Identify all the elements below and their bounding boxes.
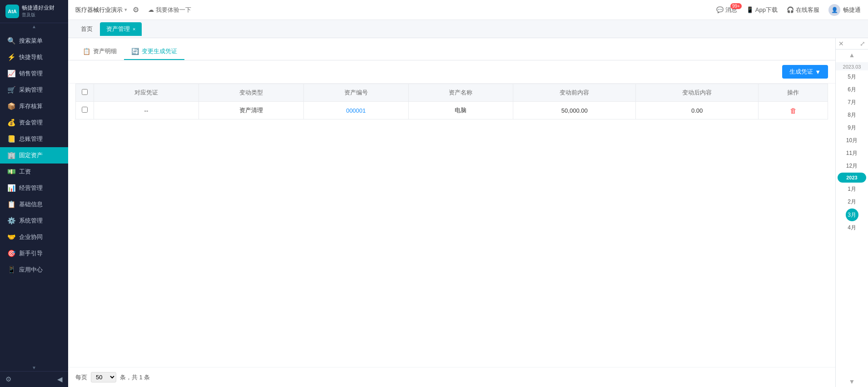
calendar-scroll-up-btn[interactable]: ▲ — [836, 50, 868, 60]
app-download-label: App下载 — [755, 6, 778, 14]
row-checkbox-cell — [76, 102, 94, 119]
sidebar-item-label: 基础信息 — [19, 200, 43, 208]
col-voucher: 对应凭证 — [94, 84, 199, 102]
tab-close-btn[interactable]: × — [133, 26, 135, 32]
scroll-up-btn[interactable]: ▲ — [0, 23, 68, 30]
col-asset-name: 资产名称 — [408, 84, 513, 102]
cal-month-11[interactable]: 11月 — [838, 147, 866, 159]
sidebar-item-operations[interactable]: 📊 经营管理 — [0, 180, 68, 196]
message-icon: 💬 — [716, 6, 724, 13]
service-icon: 🎧 — [787, 6, 794, 13]
sidebar-item-sales[interactable]: 📈 销售管理 — [0, 65, 68, 82]
experience-label: 我要体验一下 — [156, 6, 191, 14]
per-page-label: 每页 — [75, 373, 87, 382]
sidebar-item-basic-info[interactable]: 📋 基础信息 — [0, 196, 68, 213]
header: 医疗器械行业演示 ▾ ⚙ ☁ 我要体验一下 💬 消息 99+ 📱 App下载 🎧… — [68, 0, 868, 20]
logo-subtitle: 普及版 — [22, 12, 55, 18]
tab-label: 资产管理 — [106, 25, 130, 33]
sidebar-item-salary[interactable]: 💵 工资 — [0, 164, 68, 180]
cal-month-2023-2[interactable]: 2月 — [838, 196, 866, 208]
delete-row-btn[interactable]: 🗑 — [790, 107, 797, 114]
cal-month-12[interactable]: 12月 — [838, 160, 866, 172]
year-label-2022: 2023.03 — [836, 62, 868, 70]
fixed-assets-icon: 🏢 — [7, 151, 15, 159]
header-right: 💬 消息 99+ 📱 App下载 🎧 在线客服 👤 畅捷通 — [716, 4, 861, 16]
cal-month-2023-3[interactable]: 3月 — [846, 208, 858, 221]
basic-info-icon: 📋 — [7, 200, 15, 208]
sidebar-item-guide[interactable]: 🎯 新手引导 — [0, 245, 68, 262]
sidebar-footer: ⚙ ◀ — [0, 371, 68, 387]
collapse-sidebar-icon[interactable]: ◀ — [57, 375, 63, 383]
cal-month-7[interactable]: 7月 — [838, 96, 866, 109]
tab-home[interactable]: 首页 — [75, 22, 98, 36]
home-label: 首页 — [81, 25, 93, 32]
subtab-change-voucher[interactable]: 🔄 变更生成凭证 — [124, 44, 184, 60]
sidebar-item-label: 总账管理 — [19, 135, 43, 143]
user-area[interactable]: 👤 畅捷通 — [828, 4, 861, 16]
sidebar-item-fixed-assets[interactable]: 🏢 固定资产 — [0, 147, 68, 164]
year-badge-2023[interactable]: 2023 — [838, 173, 866, 183]
app-center-icon: 📱 — [7, 266, 15, 274]
cal-month-2023-1[interactable]: 1月 — [838, 183, 866, 195]
sidebar-item-system[interactable]: ⚙️ 系统管理 — [0, 213, 68, 229]
col-after: 变动后内容 — [636, 84, 759, 102]
col-change-type: 变动类型 — [198, 84, 303, 102]
sidebar-item-finance[interactable]: 💰 资金管理 — [0, 114, 68, 131]
col-asset-code: 资产编号 — [303, 84, 408, 102]
sidebar-item-quick-nav[interactable]: ⚡ 快捷导航 — [0, 49, 68, 65]
tab-asset-management[interactable]: 资产管理 × — [100, 22, 142, 36]
sidebar-item-search[interactable]: 🔍 搜索菜单 — [0, 33, 68, 49]
company-name: 医疗器械行业演示 — [75, 6, 123, 14]
cal-month-2023-4[interactable]: 4月 — [838, 222, 866, 234]
data-table: 对应凭证 变动类型 资产编号 资产名称 变动前内容 变动后内容 操作 — [75, 84, 828, 119]
cal-month-6[interactable]: 6月 — [838, 84, 866, 96]
cal-month-9[interactable]: 9月 — [838, 122, 866, 134]
salary-icon: 💵 — [7, 168, 15, 176]
logo-icon: AtA — [5, 5, 19, 18]
app-download-btn[interactable]: 📱 App下载 — [746, 6, 778, 14]
sidebar-item-label: 库存核算 — [19, 102, 43, 110]
cloud-icon: ☁ — [148, 6, 154, 13]
settings-footer-icon[interactable]: ⚙ — [5, 375, 11, 383]
cal-month-5[interactable]: 5月 — [838, 71, 866, 83]
guide-icon: 🎯 — [7, 249, 15, 258]
avatar: 👤 — [828, 4, 840, 16]
search-icon: 🔍 — [7, 37, 15, 45]
enterprise-icon: 🤝 — [7, 233, 15, 241]
scroll-down-btn[interactable]: ▼ — [0, 364, 68, 371]
generate-voucher-btn[interactable]: 生成凭证 ▼ — [782, 65, 828, 79]
cell-asset-code[interactable]: 000001 — [303, 102, 408, 119]
calendar-close-btn[interactable]: ✕ — [838, 40, 844, 47]
message-btn[interactable]: 💬 消息 99+ — [716, 6, 737, 14]
pagination: 每页 10 20 50 100 条，共 1 条 — [68, 367, 835, 387]
sidebar-item-enterprise[interactable]: 🤝 企业协同 — [0, 229, 68, 245]
per-page-select[interactable]: 10 20 50 100 — [91, 372, 116, 382]
calendar-scroll-down-btn[interactable]: ▼ — [836, 376, 868, 387]
company-selector[interactable]: 医疗器械行业演示 ▾ — [75, 6, 127, 14]
cal-month-8[interactable]: 8月 — [838, 109, 866, 121]
subtab-label: 变更生成凭证 — [142, 47, 177, 55]
purchase-icon: 🛒 — [7, 86, 15, 94]
online-service-btn[interactable]: 🎧 在线客服 — [787, 6, 819, 14]
main-area: 医疗器械行业演示 ▾ ⚙ ☁ 我要体验一下 💬 消息 99+ 📱 App下载 🎧… — [68, 0, 868, 387]
col-before: 变动前内容 — [513, 84, 636, 102]
finance-icon: 💰 — [7, 119, 15, 127]
company-dropdown-arrow: ▾ — [124, 7, 127, 13]
tabbar: 首页 资产管理 × — [68, 20, 868, 38]
select-all-checkbox[interactable] — [82, 89, 88, 95]
operations-icon: 📊 — [7, 184, 15, 192]
subtab-asset-detail[interactable]: 📋 资产明细 — [75, 44, 124, 60]
row-checkbox[interactable] — [82, 107, 88, 113]
sales-icon: 📈 — [7, 69, 15, 78]
calendar-expand-btn[interactable]: ⤢ — [860, 40, 865, 47]
sidebar-item-label: 资金管理 — [19, 119, 43, 127]
sidebar-item-inventory[interactable]: 📦 库存核算 — [0, 98, 68, 114]
cal-month-10[interactable]: 10月 — [838, 134, 866, 147]
username: 畅捷通 — [843, 6, 861, 14]
sidebar-item-ledger[interactable]: 📒 总账管理 — [0, 131, 68, 147]
logo-title: 畅捷通好业财 — [22, 5, 55, 12]
sidebar-item-purchase[interactable]: 🛒 采购管理 — [0, 82, 68, 98]
experience-btn[interactable]: ☁ 我要体验一下 — [148, 6, 191, 14]
settings-icon[interactable]: ⚙ — [133, 5, 139, 14]
sidebar-item-app-center[interactable]: 📱 应用中心 — [0, 262, 68, 278]
